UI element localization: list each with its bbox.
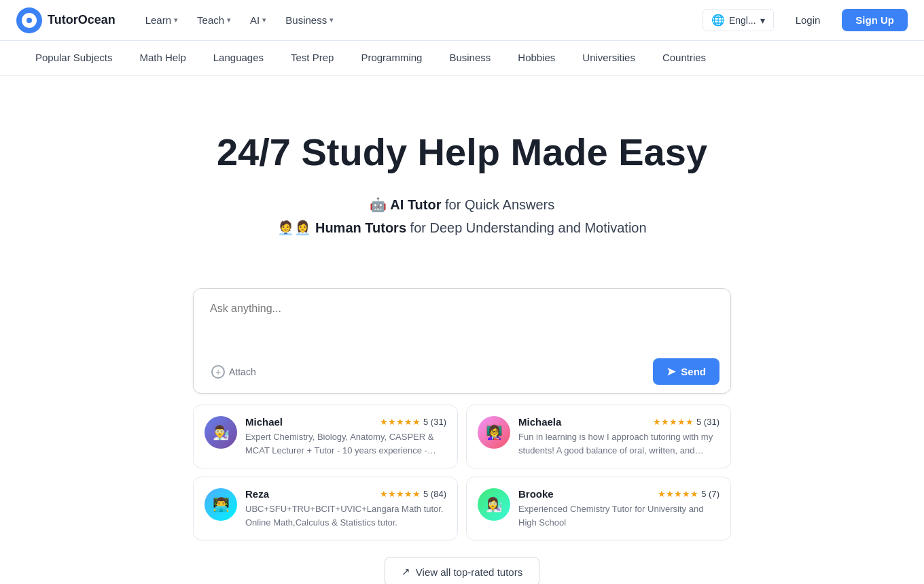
attach-icon: + bbox=[211, 365, 225, 379]
subnav-universities[interactable]: Universities bbox=[569, 41, 649, 76]
attach-button[interactable]: + Attach bbox=[205, 361, 263, 383]
tutor-name-michael: Michael bbox=[245, 416, 283, 428]
nav-links: Learn ▾ Teach ▾ AI ▾ Business ▾ bbox=[137, 9, 703, 31]
nav-teach[interactable]: Teach ▾ bbox=[189, 9, 239, 31]
hero-ai-line: 🤖 AI Tutor for Quick Answers bbox=[16, 193, 908, 216]
language-selector[interactable]: 🌐 Engl... ▾ bbox=[703, 9, 774, 31]
subnav-test-prep[interactable]: Test Prep bbox=[277, 41, 347, 76]
tutor-card-michaela[interactable]: 👩‍🏫 Michaela ★★★★★ 5 (31) Fun in learnin… bbox=[466, 405, 731, 468]
tutor-header-michael: Michael ★★★★★ 5 (31) bbox=[245, 416, 446, 428]
stars-brooke: ★★★★★ bbox=[658, 489, 698, 499]
signup-button[interactable]: Sign Up bbox=[842, 9, 908, 31]
logo-icon bbox=[16, 7, 42, 33]
avatar-michaela: 👩‍🏫 bbox=[478, 416, 510, 449]
external-link-icon: ↗ bbox=[402, 566, 410, 578]
chevron-down-icon: ▾ bbox=[330, 16, 334, 24]
avatar-reza: 👨‍💻 bbox=[205, 488, 237, 521]
tutor-info-michaela: Michaela ★★★★★ 5 (31) Fun in learning is… bbox=[518, 416, 719, 457]
tutor-desc-michael: Expert Chemistry, Biology, Anatomy, CASP… bbox=[245, 430, 446, 457]
tutor-card-reza[interactable]: 👨‍💻 Reza ★★★★★ 5 (84) UBC+SFU+TRU+BCIT+U… bbox=[193, 477, 458, 540]
subnav-popular-subjects[interactable]: Popular Subjects bbox=[22, 41, 126, 76]
chevron-down-icon: ▾ bbox=[760, 15, 765, 26]
human-tutors-bold: Human Tutors bbox=[315, 220, 406, 235]
tutor-rating-reza: ★★★★★ 5 (84) bbox=[380, 489, 446, 499]
chevron-down-icon: ▾ bbox=[262, 16, 266, 24]
hero-human-line: 🧑‍💼👩‍💼 Human Tutors for Deep Understandi… bbox=[16, 216, 908, 239]
stars-michaela: ★★★★★ bbox=[653, 417, 694, 427]
rating-value-brooke: 5 (7) bbox=[701, 489, 719, 499]
login-button[interactable]: Login bbox=[785, 9, 832, 31]
rating-value-reza: 5 (84) bbox=[423, 489, 446, 499]
tutor-info-reza: Reza ★★★★★ 5 (84) UBC+SFU+TRU+BCIT+UVIC+… bbox=[245, 488, 446, 529]
nav-ai[interactable]: AI ▾ bbox=[242, 9, 274, 31]
tutor-header-michaela: Michaela ★★★★★ 5 (31) bbox=[518, 416, 719, 428]
hero-section: 24/7 Study Help Made Easy 🤖 AI Tutor for… bbox=[0, 76, 924, 267]
subnav-hobbies[interactable]: Hobbies bbox=[504, 41, 569, 76]
nav-learn[interactable]: Learn ▾ bbox=[137, 9, 186, 31]
tutor-header-reza: Reza ★★★★★ 5 (84) bbox=[245, 488, 446, 500]
tutor-card-michael[interactable]: 👨‍🔬 Michael ★★★★★ 5 (31) Expert Chemistr… bbox=[193, 405, 458, 468]
hero-title: 24/7 Study Help Made Easy bbox=[16, 131, 908, 174]
subnav-business[interactable]: Business bbox=[436, 41, 504, 76]
subnav-programming[interactable]: Programming bbox=[347, 41, 436, 76]
avatar-michael: 👨‍🔬 bbox=[205, 416, 237, 449]
logo-text: TutorOcean bbox=[48, 13, 116, 27]
globe-icon: 🌐 bbox=[711, 14, 725, 27]
tutor-rating-brooke: ★★★★★ 5 (7) bbox=[658, 489, 719, 499]
search-box: + Attach ➤ Send bbox=[193, 288, 731, 394]
send-button[interactable]: ➤ Send bbox=[653, 358, 719, 385]
tutor-info-michael: Michael ★★★★★ 5 (31) Expert Chemistry, B… bbox=[245, 416, 446, 457]
logo[interactable]: TutorOcean bbox=[16, 7, 116, 33]
navbar: TutorOcean Learn ▾ Teach ▾ AI ▾ Business… bbox=[0, 0, 924, 41]
tutor-header-brooke: Brooke ★★★★★ 5 (7) bbox=[518, 488, 719, 500]
send-icon: ➤ bbox=[667, 365, 675, 378]
tutor-desc-brooke: Experienced Chemistry Tutor for Universi… bbox=[518, 502, 719, 529]
subnav: Popular Subjects Math Help Languages Tes… bbox=[0, 41, 924, 76]
avatar-brooke: 👩‍🔬 bbox=[478, 488, 510, 521]
tutor-info-brooke: Brooke ★★★★★ 5 (7) Experienced Chemistry… bbox=[518, 488, 719, 529]
tutor-card-brooke[interactable]: 👩‍🔬 Brooke ★★★★★ 5 (7) Experienced Chemi… bbox=[466, 477, 731, 540]
human-emoji: 🧑‍💼👩‍💼 bbox=[277, 220, 311, 235]
search-footer: + Attach ➤ Send bbox=[194, 353, 730, 393]
nav-business[interactable]: Business ▾ bbox=[277, 9, 342, 31]
tutor-desc-reza: UBC+SFU+TRU+BCIT+UVIC+Langara Math tutor… bbox=[245, 502, 446, 529]
chevron-down-icon: ▾ bbox=[174, 16, 178, 24]
search-area: + Attach ➤ Send bbox=[177, 288, 747, 394]
stars-reza: ★★★★★ bbox=[380, 489, 421, 499]
ai-emoji: 🤖 bbox=[370, 197, 387, 212]
tutor-desc-michaela: Fun in learning is how I approach tutori… bbox=[518, 430, 719, 457]
tutor-name-michaela: Michaela bbox=[518, 416, 561, 428]
subnav-languages[interactable]: Languages bbox=[200, 41, 277, 76]
chevron-down-icon: ▾ bbox=[227, 16, 231, 24]
stars-michael: ★★★★★ bbox=[380, 417, 421, 427]
rating-value-michaela: 5 (31) bbox=[696, 417, 719, 427]
human-tutors-suffix: for Deep Understanding and Motivation bbox=[410, 220, 647, 235]
tutor-cards-grid: 👨‍🔬 Michael ★★★★★ 5 (31) Expert Chemistr… bbox=[177, 405, 747, 540]
search-input[interactable] bbox=[194, 289, 730, 350]
ai-tutor-bold: AI Tutor bbox=[390, 197, 441, 212]
subnav-math-help[interactable]: Math Help bbox=[126, 41, 199, 76]
tutor-rating-michaela: ★★★★★ 5 (31) bbox=[653, 417, 719, 427]
rating-value-michael: 5 (31) bbox=[423, 417, 446, 427]
view-all-area: ↗ View all top-rated tutors bbox=[0, 557, 924, 584]
ai-tutor-suffix: for Quick Answers bbox=[445, 197, 554, 212]
subnav-countries[interactable]: Countries bbox=[649, 41, 719, 76]
nav-right: 🌐 Engl... ▾ Login Sign Up bbox=[703, 9, 908, 31]
tutor-rating-michael: ★★★★★ 5 (31) bbox=[380, 417, 446, 427]
tutor-name-brooke: Brooke bbox=[518, 488, 554, 500]
view-all-button[interactable]: ↗ View all top-rated tutors bbox=[385, 557, 539, 584]
tutor-name-reza: Reza bbox=[245, 488, 269, 500]
